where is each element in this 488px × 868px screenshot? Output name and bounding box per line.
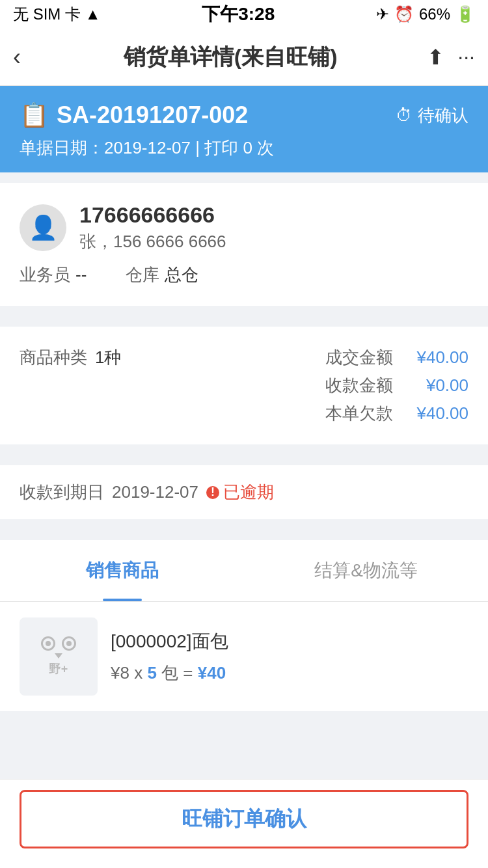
customer-sub: 张，156 6666 6666 [79, 230, 226, 253]
product-type-value: 1种 [95, 346, 121, 369]
avatar-icon: 👤 [29, 214, 58, 241]
price-value: ¥8 [111, 663, 129, 683]
overdue-icon: ! [206, 486, 219, 499]
order-status: ⏱ 待确认 [396, 104, 468, 127]
summary-section: 商品种类 1种 成交金额 ¥40.00 收款金额 ¥0.00 本单欠款 ¥40.… [0, 327, 488, 444]
total-value: ¥40 [198, 663, 226, 683]
owl-left-pupil [46, 641, 51, 646]
product-info: [0000002]面包 ¥8 x 5 包 = ¥40 [111, 629, 468, 685]
due-date-value: 2019-12-07 [112, 482, 198, 502]
received-value: ¥0.00 [403, 375, 468, 396]
customer-info-row: 业务员 -- 仓库 总仓 [20, 264, 468, 286]
salesperson-label: 业务员 [20, 264, 70, 286]
product-thumbnail: 野+ [20, 617, 98, 696]
no-sim-text: 无 SIM 卡 ▲ [13, 4, 100, 25]
share-button[interactable]: ⬆ [427, 45, 444, 70]
owl-eyes [41, 636, 76, 651]
owl-logo: 野+ [41, 636, 76, 677]
product-name: [0000002]面包 [111, 629, 468, 654]
tab-products[interactable]: 销售商品 [0, 540, 244, 601]
warehouse-label: 仓库 [126, 264, 159, 286]
tabs-header: 销售商品 结算&物流等 [0, 540, 488, 602]
received-item: 收款金额 ¥0.00 [325, 374, 468, 397]
amount-item: 成交金额 ¥40.00 [325, 346, 468, 369]
order-id-row: 📋 SA-20191207-002 ⏱ 待确认 [20, 102, 468, 129]
summary-right: 成交金额 ¥40.00 收款金额 ¥0.00 本单欠款 ¥40.00 [325, 346, 468, 425]
owl-right-pupil [66, 641, 72, 646]
received-label: 收款金额 [325, 374, 393, 397]
qty-value: 5 [147, 663, 156, 683]
order-id: 📋 SA-20191207-002 [20, 102, 248, 129]
tabs-section: 销售商品 结算&物流等 野+ [0000002]面包 ¥8 [0, 540, 488, 711]
customer-details: 17666666666 张，156 6666 6666 [79, 202, 226, 253]
status-text: 待确认 [418, 104, 468, 127]
customer-section: 👤 17666666666 张，156 6666 6666 业务员 -- 仓库 … [0, 183, 488, 306]
salesperson-value: -- [75, 265, 87, 285]
product-price: ¥8 x 5 包 = ¥40 [111, 662, 468, 685]
status-bar: 无 SIM 卡 ▲ 下午3:28 ✈ ⏰ 66% 🔋 [0, 0, 488, 29]
status-right: ✈ ⏰ 66% 🔋 [376, 5, 475, 23]
owl-left-eye [41, 636, 55, 651]
warehouse-value: 总仓 [165, 264, 198, 286]
due-date-section: 收款到期日 2019-12-07 ! 已逾期 [0, 465, 488, 519]
bottom-bar: 旺铺订单确认 [0, 779, 488, 868]
amount-label: 成交金额 [325, 346, 393, 369]
battery-icon: 🔋 [455, 5, 475, 23]
nav-actions: ⬆ ··· [427, 45, 475, 70]
equals-sign: = [183, 663, 197, 683]
nav-bar: ‹ 销货单详情(来自旺铺) ⬆ ··· [0, 29, 488, 86]
amount-value: ¥40.00 [403, 347, 468, 368]
location-icon: ✈ [376, 5, 389, 23]
order-icon: 📋 [20, 102, 49, 129]
back-button[interactable]: ‹ [13, 37, 34, 77]
divider-3 [0, 519, 488, 530]
unit-value: 包 [161, 663, 178, 683]
status-left: 无 SIM 卡 ▲ [13, 4, 100, 25]
product-type-label: 商品种类 [20, 346, 87, 369]
order-id-text: SA-20191207-002 [57, 102, 248, 129]
confirm-button[interactable]: 旺铺订单确认 [20, 790, 468, 848]
overdue-text: 已逾期 [223, 481, 274, 504]
avatar: 👤 [20, 204, 66, 251]
owed-value: ¥40.00 [403, 403, 468, 424]
owed-item: 本单欠款 ¥40.00 [325, 402, 468, 425]
due-date-label: 收款到期日 [20, 481, 104, 504]
divider-1 [0, 306, 488, 316]
warehouse-item: 仓库 总仓 [126, 264, 198, 286]
owl-beak [55, 653, 62, 658]
owed-label: 本单欠款 [325, 402, 393, 425]
battery-text: 66% [419, 5, 450, 23]
more-button[interactable]: ··· [457, 45, 475, 69]
product-item: 野+ [0000002]面包 ¥8 x 5 包 = ¥40 [0, 602, 488, 711]
owl-text: 野+ [49, 661, 69, 677]
customer-phone: 17666666666 [79, 202, 226, 228]
price-separator: x [134, 663, 147, 683]
overdue-badge: ! 已逾期 [206, 481, 274, 504]
summary-left: 商品种类 1种 [20, 346, 121, 369]
order-date: 单据日期：2019-12-07 | 打印 0 次 [20, 137, 468, 159]
summary-row: 商品种类 1种 成交金额 ¥40.00 收款金额 ¥0.00 本单欠款 ¥40.… [20, 346, 468, 425]
salesperson-item: 业务员 -- [20, 264, 87, 286]
clock-icon: ⏱ [396, 105, 413, 126]
divider-2 [0, 444, 488, 455]
order-header: 📋 SA-20191207-002 ⏱ 待确认 单据日期：2019-12-07 … [0, 86, 488, 172]
customer-row: 👤 17666666666 张，156 6666 6666 [20, 202, 468, 253]
tab-settlement[interactable]: 结算&物流等 [244, 540, 488, 601]
page-title: 销货单详情(来自旺铺) [34, 42, 427, 72]
owl-right-eye [62, 636, 76, 651]
status-time: 下午3:28 [202, 2, 275, 27]
alarm-icon: ⏰ [394, 5, 414, 23]
